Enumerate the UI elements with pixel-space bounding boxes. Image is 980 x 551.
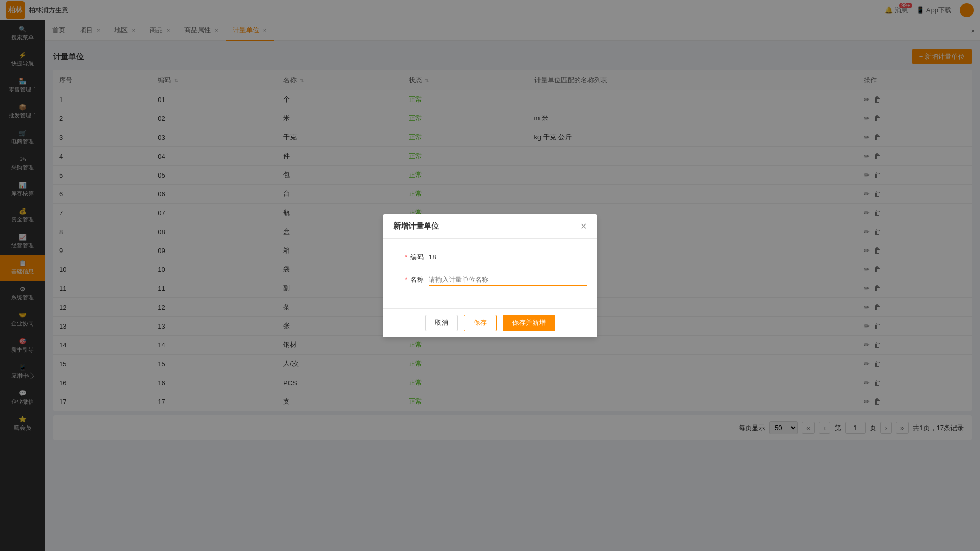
modal-header: 新增计量单位 ✕	[383, 214, 597, 239]
cancel-button[interactable]: 取消	[425, 315, 458, 331]
save-new-button[interactable]: 保存并新增	[503, 315, 555, 331]
code-input[interactable]	[429, 251, 587, 263]
name-required-star: *	[405, 276, 407, 283]
modal-footer: 取消 保存 保存并新增	[383, 308, 597, 337]
save-button[interactable]: 保存	[464, 315, 497, 331]
app-container: 柏林 柏林润方生意 🔔 99+ 消息 📱 App下载 🔍 搜索菜单	[0, 0, 980, 551]
modal-overlay[interactable]: 新增计量单位 ✕ * 编码 * 名称	[0, 0, 980, 551]
code-label: * 编码	[393, 253, 429, 262]
modal-close-button[interactable]: ✕	[580, 221, 587, 231]
name-form-row: * 名称	[393, 273, 587, 286]
code-required-star: *	[405, 253, 407, 261]
name-label: * 名称	[393, 275, 429, 284]
modal-body: * 编码 * 名称	[383, 239, 597, 308]
add-unit-modal: 新增计量单位 ✕ * 编码 * 名称	[383, 214, 597, 337]
code-form-row: * 编码	[393, 251, 587, 263]
modal-title: 新增计量单位	[393, 221, 439, 231]
name-input[interactable]	[429, 273, 587, 286]
